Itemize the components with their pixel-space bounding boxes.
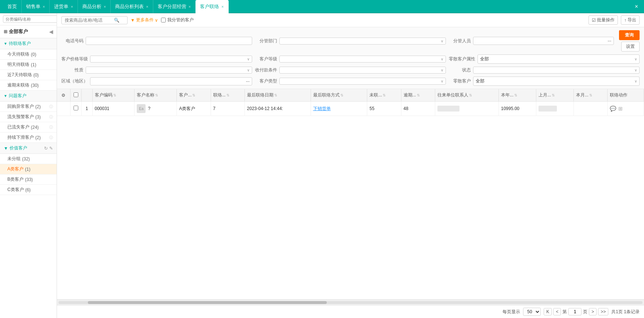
sidebar-item-declining[interactable]: 持续下滑客户 (2) ⓘ: [0, 132, 57, 143]
more-conditions-button[interactable]: ▼ 更多条件 ∨: [130, 17, 158, 23]
nav-tab-sales[interactable]: 销售单 ×: [22, 0, 50, 13]
close-window-button[interactable]: ×: [632, 3, 641, 10]
th-last-month[interactable]: 上月...⇅: [536, 89, 574, 102]
th-last-date-sort-icon: ⇅: [274, 93, 277, 97]
churn-warning-info-icon: ⓘ: [49, 114, 53, 120]
next-page-button[interactable]: >: [589, 308, 597, 315]
first-page-button[interactable]: K: [544, 308, 552, 315]
close-tab-sales[interactable]: ×: [43, 4, 45, 9]
batch-ops-button[interactable]: ☑ 批量操作: [588, 15, 618, 25]
sidebar-item-7days[interactable]: 近7天待联络 (0): [0, 70, 57, 80]
td-action: 💬 ⊞: [608, 102, 644, 116]
th-name[interactable]: 客户名称⇅: [135, 89, 177, 102]
abnormal-info-icon: ⓘ: [49, 104, 53, 109]
td-last-method[interactable]: 下销货单: [311, 102, 367, 116]
sidebar-all-customers-header[interactable]: ⊞ 全部客户 ◀: [0, 25, 57, 38]
dept-label: 分管部门: [255, 38, 277, 44]
scrollbar-thumb[interactable]: [88, 301, 327, 304]
close-tab-purchase[interactable]: ×: [71, 4, 73, 9]
my-customers-label[interactable]: 我分管的客户: [167, 17, 194, 23]
sidebar-item-churned[interactable]: 已流失客户 (24) ⓘ: [0, 122, 57, 132]
nav-tab-customer-contact[interactable]: 客户联络 ×: [196, 0, 228, 13]
my-customers-checkbox[interactable]: [161, 18, 166, 22]
td-checkbox[interactable]: [70, 102, 81, 116]
td-type: A类客户: [177, 102, 211, 116]
sidebar-search-area: 🔍: [0, 13, 57, 25]
sidebar-item-today[interactable]: 今天待联络 (0): [0, 49, 57, 60]
qr-action-icon[interactable]: ⊞: [618, 106, 623, 112]
nav-home[interactable]: 首页: [3, 0, 22, 13]
retail-attr-select[interactable]: 全部 ∨: [477, 54, 640, 64]
th-contact[interactable]: 联络...⇅: [211, 89, 244, 102]
prev-page-button[interactable]: <: [553, 308, 561, 315]
sidebar-item-overdue[interactable]: 逾期未联络 (30): [0, 80, 57, 91]
page-label: 第: [562, 309, 567, 315]
status-select[interactable]: ∨: [473, 67, 640, 74]
close-tab-goods-list[interactable]: ×: [146, 4, 148, 9]
th-this-year[interactable]: 本年...⇅: [498, 89, 536, 102]
row-checkbox[interactable]: [74, 106, 78, 110]
problem-customers-group[interactable]: ▼ 问题客户: [0, 91, 57, 102]
nav-tab-goods-analysis[interactable]: 商品分析 ×: [78, 0, 111, 13]
nav-tab-goods-list[interactable]: 商品分析列表 ×: [111, 0, 153, 13]
query-button[interactable]: 查询: [619, 30, 640, 40]
export-button[interactable]: ↑ 导出: [621, 15, 640, 25]
value-customers-group[interactable]: ▼ 价值客户 ↻ ✎: [0, 143, 57, 154]
sidebar-item-abnormal[interactable]: 回购异常客户 (2) ⓘ: [0, 102, 57, 112]
close-tab-customer-contact[interactable]: ×: [221, 4, 223, 9]
th-this-year-label: 本年...: [501, 92, 514, 98]
nature-select[interactable]: ∨: [86, 67, 252, 74]
customer-grade-select[interactable]: ∨: [279, 56, 446, 63]
last-page-button[interactable]: >>: [598, 308, 608, 315]
per-page-select[interactable]: 50: [523, 308, 541, 316]
customer-type-select[interactable]: ∨: [279, 78, 446, 85]
customer-name-cell: Ea ?: [137, 104, 174, 113]
pending-contact-group[interactable]: ▼ 待联络客户: [0, 38, 57, 49]
th-type[interactable]: 客户...⇅: [177, 89, 211, 102]
select-all-checkbox[interactable]: [74, 92, 78, 97]
th-checkbox[interactable]: [70, 89, 81, 102]
price-grade-select[interactable]: ∨: [90, 56, 252, 63]
collapse-sidebar-icon[interactable]: ◀: [49, 29, 53, 35]
sidebar-item-churn-warning[interactable]: 流失预警客户 (3) ⓘ: [0, 112, 57, 122]
retail-customer-select[interactable]: 全部 ∨: [473, 77, 640, 86]
th-code[interactable]: 客户编码⇅: [92, 89, 135, 102]
th-last-method[interactable]: 最后联络方式⇅: [311, 89, 367, 102]
dept-select[interactable]: ∨: [279, 38, 446, 45]
sidebar-item-ungrouped[interactable]: 未分组 (32): [0, 154, 57, 164]
sidebar-item-tomorrow[interactable]: 明天待联络 (1): [0, 60, 57, 70]
last-method-link[interactable]: 下销货单: [313, 106, 331, 111]
nav-tab-customer-segment[interactable]: 客户分层经营 ×: [153, 0, 196, 13]
search-input[interactable]: [65, 18, 112, 23]
page-number-input[interactable]: [568, 308, 582, 315]
th-last-date[interactable]: 最后联络日期⇅: [244, 89, 311, 102]
payment-select[interactable]: ∨: [279, 67, 446, 74]
sidebar-item-b-class[interactable]: B类客户 (33): [0, 174, 57, 185]
person-select[interactable]: ···: [473, 37, 614, 45]
sidebar-item-a-class[interactable]: A类客户 (1): [0, 164, 57, 174]
nav-tab-purchase[interactable]: 进货单 ×: [50, 0, 78, 13]
th-unit-contact[interactable]: 往来单位联系人⇅: [435, 89, 498, 102]
close-tab-goods-analysis[interactable]: ×: [104, 4, 106, 9]
edit-icon[interactable]: ✎: [49, 146, 53, 151]
horizontal-scrollbar[interactable]: [57, 299, 644, 305]
search-icon[interactable]: 🔍: [114, 18, 119, 23]
settings-button[interactable]: 设置: [621, 42, 640, 52]
sidebar-search-input[interactable]: [3, 15, 57, 23]
price-grade-label: 客户价格等级: [61, 56, 88, 62]
batch-icon: ☑: [592, 18, 596, 23]
th-settings[interactable]: ⚙: [57, 89, 70, 102]
customer-name-text: ?: [148, 106, 150, 111]
region-select[interactable]: ···: [90, 77, 252, 85]
chat-action-icon[interactable]: 💬: [610, 106, 616, 112]
chevron-down-icon: ∨: [155, 18, 158, 23]
close-tab-customer-segment[interactable]: ×: [189, 4, 191, 9]
customer-grade-label: 客户等级: [255, 56, 277, 62]
churned-count: (24): [31, 125, 39, 130]
th-no-contact[interactable]: 未联...⇅: [367, 89, 401, 102]
th-overdue[interactable]: 逾期...⇅: [401, 89, 435, 102]
sidebar-item-c-class[interactable]: C类客户 (6): [0, 185, 57, 195]
refresh-icon[interactable]: ↻: [44, 146, 48, 151]
th-this-month[interactable]: 本月...⇅: [573, 89, 607, 102]
phone-input[interactable]: [86, 37, 252, 45]
